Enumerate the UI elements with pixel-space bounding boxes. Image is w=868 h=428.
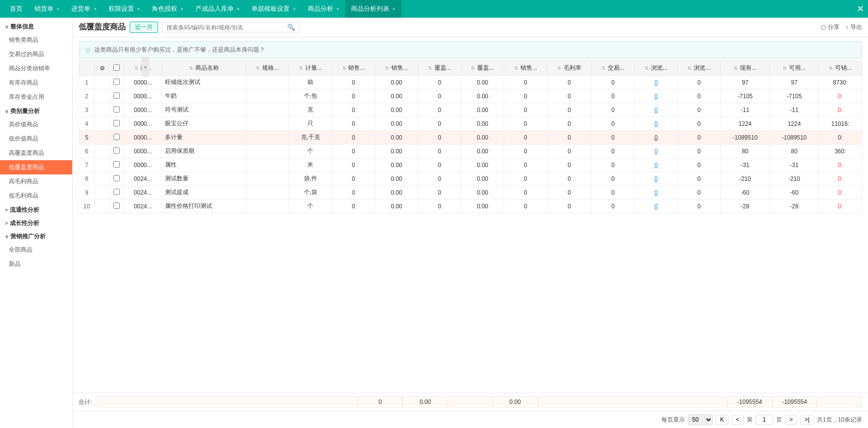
- cell-spec: [246, 158, 289, 172]
- sidebar-item-有库存商品[interactable]: 有库存商品: [0, 76, 72, 90]
- time-filter-button[interactable]: 近一月: [130, 22, 158, 33]
- nav-close-icon[interactable]: ×: [93, 6, 96, 12]
- cell-available: -60: [770, 186, 819, 200]
- sidebar-section-成长性分析[interactable]: >成长性分析: [0, 216, 72, 229]
- page-size-label: 每页显示: [661, 416, 685, 424]
- cell-browse1[interactable]: 0: [635, 200, 678, 213]
- cell-browse1[interactable]: 0: [635, 131, 678, 144]
- sidebar-section-流通性分析[interactable]: >流通性分析: [0, 203, 72, 216]
- table-row: 100024...属性价格打印测试个00.0000.0000000-28-280…: [79, 200, 862, 213]
- page-suffix: 页: [776, 416, 782, 424]
- cell-checkbox[interactable]: [110, 200, 124, 213]
- sidebar-item-高价值商品[interactable]: 高价值商品: [0, 117, 72, 132]
- cell-browse1[interactable]: 0: [635, 186, 678, 200]
- export-button[interactable]: ↑ 导出: [845, 23, 862, 31]
- row-checkbox[interactable]: [113, 175, 120, 181]
- sidebar-item-商品分类动销率[interactable]: 商品分类动销率: [0, 61, 72, 76]
- sidebar-item-全部商品[interactable]: 全部商品: [0, 243, 72, 257]
- nav-item-产成品入库单[interactable]: 产成品入库单×: [190, 0, 245, 18]
- last-page-button[interactable]: >|: [800, 415, 814, 425]
- th-browse1: ⇅ 浏览...: [635, 61, 678, 76]
- cell-checkbox[interactable]: [110, 89, 124, 103]
- cell-browse1[interactable]: 0: [635, 103, 678, 117]
- nav-item-商品分析列表[interactable]: 商品分析列表×: [345, 0, 401, 18]
- nav-close-icon[interactable]: ×: [293, 6, 296, 12]
- cell-sales-amt: 0.00: [375, 200, 418, 213]
- row-checkbox[interactable]: [113, 79, 120, 85]
- sidebar-item-新品[interactable]: 新品: [0, 257, 72, 271]
- sidebar-section-营销推广分析[interactable]: ∨营销推广分析: [0, 229, 72, 243]
- sidebar-item-低覆盖度商品[interactable]: 低覆盖度商品: [0, 160, 72, 174]
- cell-checkbox[interactable]: [110, 186, 124, 200]
- sidebar-collapse-button[interactable]: «: [141, 57, 149, 77]
- nav-item-进货单[interactable]: 进货单×: [65, 0, 102, 18]
- row-checkbox[interactable]: [113, 120, 120, 126]
- nav-item-首页[interactable]: 首页: [4, 0, 28, 18]
- nav-close-icon[interactable]: ×: [237, 6, 240, 12]
- nav-item-商品分析[interactable]: 商品分析×: [302, 0, 345, 18]
- row-checkbox[interactable]: [113, 92, 120, 99]
- row-checkbox[interactable]: [113, 161, 120, 168]
- sidebar-item-高毛利商品[interactable]: 高毛利商品: [0, 174, 72, 189]
- cell-browse1[interactable]: 0: [635, 144, 678, 158]
- prev-page-button[interactable]: <: [732, 415, 744, 425]
- th-checkbox[interactable]: [110, 61, 124, 76]
- cell-browse1[interactable]: 0: [635, 76, 678, 89]
- cell-rownum: 10: [79, 200, 95, 213]
- cell-browse1[interactable]: 0: [635, 158, 678, 172]
- row-checkbox[interactable]: [113, 134, 120, 140]
- cell-sales-amt: 0.00: [375, 186, 418, 200]
- first-page-button[interactable]: K: [716, 415, 729, 425]
- next-page-button[interactable]: >: [785, 415, 797, 425]
- footer-bar: 合计: 00.000.00-1095554-1095554: [73, 393, 868, 411]
- cell-checkbox[interactable]: [110, 131, 124, 144]
- sidebar-item-低毛利商品[interactable]: 低毛利商品: [0, 189, 72, 203]
- sidebar-item-销售类商品[interactable]: 销售类商品: [0, 33, 72, 47]
- export-label: 导出: [850, 23, 862, 31]
- row-checkbox[interactable]: [113, 189, 120, 195]
- sidebar-item-交易过的商品[interactable]: 交易过的商品: [0, 47, 72, 61]
- cell-checkbox[interactable]: [110, 144, 124, 158]
- sidebar-section-整体信息[interactable]: ∨整体信息: [0, 20, 72, 33]
- nav-item-权限设置[interactable]: 权限设置×: [103, 0, 146, 18]
- share-button[interactable]: ⬡ 分享: [821, 23, 840, 31]
- cell-checkbox[interactable]: [110, 76, 124, 89]
- cell-checkbox[interactable]: [110, 172, 124, 186]
- cell-gross-rate: 0: [547, 103, 592, 117]
- th-settings[interactable]: ⚙: [95, 61, 110, 76]
- nav-close-icon[interactable]: ×: [56, 6, 59, 12]
- nav-close-icon[interactable]: ×: [392, 6, 395, 12]
- sidebar-item-低价值商品[interactable]: 低价值商品: [0, 132, 72, 146]
- search-input[interactable]: [166, 24, 287, 31]
- header-checkbox[interactable]: [113, 64, 120, 71]
- cell-checkbox[interactable]: [110, 158, 124, 172]
- nav-close-icon[interactable]: ×: [137, 6, 140, 12]
- window-close-button[interactable]: ✕: [857, 3, 864, 14]
- sidebar-item-高覆盖度商品[interactable]: 高覆盖度商品: [0, 146, 72, 160]
- cell-settings: [95, 89, 110, 103]
- sidebar-item-库存资金占用[interactable]: 库存资金占用: [0, 90, 72, 104]
- nav-close-icon[interactable]: ×: [180, 6, 183, 12]
- cell-name: 测试数量: [162, 172, 246, 186]
- cell-browse1[interactable]: 0: [635, 117, 678, 131]
- row-checkbox[interactable]: [113, 106, 120, 113]
- row-checkbox[interactable]: [113, 147, 120, 154]
- cell-spec: [246, 103, 289, 117]
- header-actions: ⬡ 分享 ↑ 导出: [821, 23, 862, 31]
- nav-item-角色授权[interactable]: 角色授权×: [146, 0, 189, 18]
- nav-item-单据模板设置[interactable]: 单据模板设置×: [245, 0, 301, 18]
- page-size-select[interactable]: 50100200: [688, 414, 713, 425]
- section-title-label: 营销推广分析: [10, 232, 46, 241]
- page-input[interactable]: [756, 415, 773, 425]
- cell-code: 0024...: [124, 172, 162, 186]
- cell-checkbox[interactable]: [110, 103, 124, 117]
- cell-browse1[interactable]: 0: [635, 172, 678, 186]
- nav-item-销货单[interactable]: 销货单×: [28, 0, 65, 18]
- sidebar-section-类别量分析[interactable]: ∨类别量分析: [0, 104, 72, 117]
- row-checkbox[interactable]: [113, 202, 120, 209]
- cell-browse1[interactable]: 0: [635, 89, 678, 103]
- cell-checkbox[interactable]: [110, 117, 124, 131]
- search-icon: 🔍: [287, 24, 295, 31]
- cell-available: -210: [770, 172, 819, 186]
- nav-close-icon[interactable]: ×: [336, 6, 339, 12]
